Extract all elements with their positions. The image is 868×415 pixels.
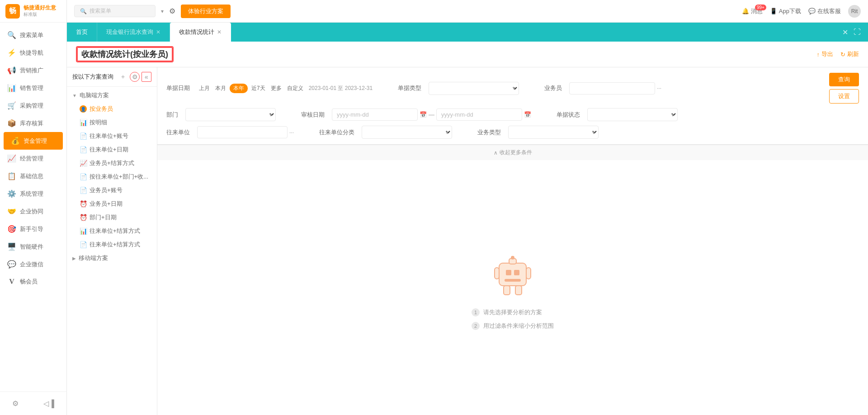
sidebar-item-system[interactable]: ⚙️ 系统管理 <box>0 185 66 203</box>
tree-item-unit-dept[interactable]: 📄 按往来单位+部门+收... <box>67 170 157 184</box>
plus-icon: ＋ <box>120 73 126 81</box>
sidebar-item-sales[interactable]: 📊 销售管理 <box>0 79 66 97</box>
tab-expand-btn[interactable]: ⛶ <box>854 28 861 36</box>
app-download-btn[interactable]: 📱 App下载 <box>770 7 801 15</box>
svg-rect-2 <box>514 270 519 275</box>
page-header-actions: ↑ 导出 ↻ 刷新 <box>817 50 859 58</box>
tab-receipt-stats[interactable]: 收款情况统计 ✕ <box>170 23 231 42</box>
message-btn[interactable]: 🔔 消息 99+ <box>742 7 763 15</box>
sidebar-item-quick-nav[interactable]: ⚡ 快捷导航 <box>0 44 66 61</box>
tab-bank-flow-close[interactable]: ✕ <box>156 29 160 35</box>
doc-status-select[interactable] <box>587 108 678 121</box>
tip-number-1: 1 <box>472 308 480 316</box>
tree-item-unit-payment2[interactable]: 📄 往来单位+结算方式 <box>67 238 157 251</box>
sidebar-item-wechat[interactable]: 💬 企业微信 <box>0 255 66 273</box>
clock-icon-1: ⏰ <box>80 200 87 208</box>
sidebar-item-finance[interactable]: 💰 资金管理 <box>4 132 63 150</box>
partner-category-select[interactable] <box>362 126 452 139</box>
trial-btn[interactable]: 体验行业方案 <box>181 5 231 18</box>
filter-actions: 查询 设置 <box>829 73 859 104</box>
tree-group-desktop-header[interactable]: ▼ 电脑端方案 <box>67 89 157 102</box>
tree-group-label: 移动端方案 <box>79 254 108 262</box>
partner-input[interactable] <box>197 126 288 138</box>
shortcut-last7days[interactable]: 近7天 <box>250 84 267 93</box>
sidebar-item-operation[interactable]: 📈 经营管理 <box>0 150 66 167</box>
date-label: 单据日期 <box>166 84 190 92</box>
collapse-footer-btn[interactable]: ◁▐ <box>40 397 57 410</box>
tab-bank-flow-label: 现金银行流水查询 <box>106 28 153 36</box>
sidebar-item-guide[interactable]: 🎯 新手引导 <box>0 220 66 238</box>
biz-type-select[interactable] <box>508 126 599 139</box>
svg-rect-3 <box>505 279 521 282</box>
refresh-btn[interactable]: ↻ 刷新 <box>840 50 859 58</box>
tree-group-desktop[interactable]: ▼ 电脑端方案 <box>67 89 157 102</box>
bar-icon: 📈 <box>80 160 87 167</box>
tab-home[interactable]: 首页 <box>67 23 97 42</box>
sidebar-item-vip[interactable]: V 畅会员 <box>0 273 66 290</box>
tab-close-all-btn[interactable]: ✕ <box>842 28 848 37</box>
hardware-icon: 🖥️ <box>7 242 16 251</box>
search-icon: 🔍 <box>7 31 16 39</box>
sidebar-item-inventory[interactable]: 📦 库存核算 <box>0 114 66 132</box>
tree-item-unit-account[interactable]: 📄 往来单位+账号 <box>67 129 157 143</box>
chart-icon: 📊 <box>80 119 87 126</box>
tree-item-sales-account[interactable]: 📄 业务员+账号 <box>67 184 157 197</box>
calendar-icon-1[interactable]: 📅 <box>420 111 427 118</box>
doc-type-label: 单据类型 <box>398 84 421 92</box>
salesperson-input[interactable] <box>569 82 655 94</box>
online-service-btn[interactable]: 💬 在线客服 <box>808 7 841 15</box>
tree-item-unit-payment1[interactable]: 📊 往来单位+结算方式 <box>67 224 157 238</box>
doc-type-select[interactable] <box>429 82 519 95</box>
tree-item-unit-date[interactable]: 📄 往来单位+日期 <box>67 143 157 156</box>
dept-select[interactable] <box>185 108 276 121</box>
sidebar-item-label: 新手引导 <box>20 225 43 233</box>
settings-footer-btn[interactable]: ⚙ <box>9 397 22 410</box>
tree-item-sales-payment[interactable]: 📈 业务员+结算方式 <box>67 156 157 170</box>
tree-item-dept-date[interactable]: ⏰ 部门+日期 <box>67 211 157 224</box>
sidebar-item-marketing[interactable]: 📢 营销推广 <box>0 61 66 79</box>
review-date-start[interactable] <box>332 108 418 121</box>
shortcut-more[interactable]: 更多 <box>269 84 283 93</box>
tree-item-by-detail[interactable]: 📊 按明细 <box>67 116 157 129</box>
avatar: Rit <box>848 5 861 18</box>
sidebar-item-corp[interactable]: 🤝 企业协同 <box>0 203 66 220</box>
export-btn[interactable]: ↑ 导出 <box>817 50 834 58</box>
tree-item-sales-date[interactable]: ⏰ 业务员+日期 <box>67 197 157 211</box>
message-badge: 99+ <box>755 5 766 10</box>
shortcut-this-year[interactable]: 本年 <box>230 84 248 93</box>
user-circle-icon: 👤 <box>80 105 87 113</box>
calendar-icon-2[interactable]: 📅 <box>524 111 531 118</box>
partner-more-btn[interactable]: ··· <box>289 129 294 136</box>
sidebar-item-basic[interactable]: 📋 基础信息 <box>0 167 66 185</box>
panel-collapse-btn[interactable]: « <box>142 72 151 82</box>
tree-group-mobile-header[interactable]: ▶ 移动端方案 <box>67 251 157 265</box>
panel-header: 按以下方案查询 ＋ ⚙ « <box>67 67 157 87</box>
result-area: 1 请先选择要分析的方案 2 用过滤条件来缩小分析范围 <box>157 160 868 415</box>
page-header: 收款情况统计(按业务员) ↑ 导出 ↻ 刷新 <box>67 42 868 67</box>
tree-item-by-salesperson[interactable]: 👤 按业务员 <box>67 102 157 116</box>
tree-group-mobile[interactable]: ▶ 移动端方案 <box>67 251 157 265</box>
panel-add-btn[interactable]: ＋ <box>118 72 128 82</box>
tab-bank-flow[interactable]: 现金银行流水查询 ✕ <box>97 23 170 42</box>
header-gear-icon[interactable]: ⚙ <box>169 7 175 15</box>
sidebar-item-purchase[interactable]: 🛒 采购管理 <box>0 97 66 114</box>
header-search[interactable]: 🔍 搜索菜单 <box>74 5 156 17</box>
sidebar-item-label: 企业微信 <box>20 260 43 269</box>
salesperson-more-btn[interactable]: ··· <box>657 85 661 91</box>
user-area[interactable]: Rit <box>848 5 861 18</box>
biz-type-label: 业务类型 <box>477 128 501 137</box>
review-date-end[interactable] <box>436 108 522 121</box>
shortcut-this-month[interactable]: 本月 <box>213 84 228 93</box>
left-panel: 按以下方案查询 ＋ ⚙ « <box>67 67 157 415</box>
collapse-bar[interactable]: ∧ 收起更多条件 <box>157 145 868 160</box>
sidebar-item-hardware[interactable]: 🖥️ 智能硬件 <box>0 238 66 255</box>
tab-receipt-stats-close[interactable]: ✕ <box>217 29 222 35</box>
filter-area: 单据日期 上月 本月 本年 近7天 更多 自定义 2023-01-01 至 <box>157 67 868 145</box>
panel-settings-btn[interactable]: ⚙ <box>130 72 140 82</box>
shortcut-prev-month[interactable]: 上月 <box>197 84 212 93</box>
settings-btn[interactable]: 设置 <box>829 89 859 104</box>
shortcut-custom[interactable]: 自定义 <box>285 84 305 93</box>
query-btn[interactable]: 查询 <box>829 73 859 86</box>
sidebar-item-search[interactable]: 🔍 搜索菜单 <box>0 26 66 44</box>
header-chevron-icon[interactable]: ▾ <box>161 8 164 14</box>
